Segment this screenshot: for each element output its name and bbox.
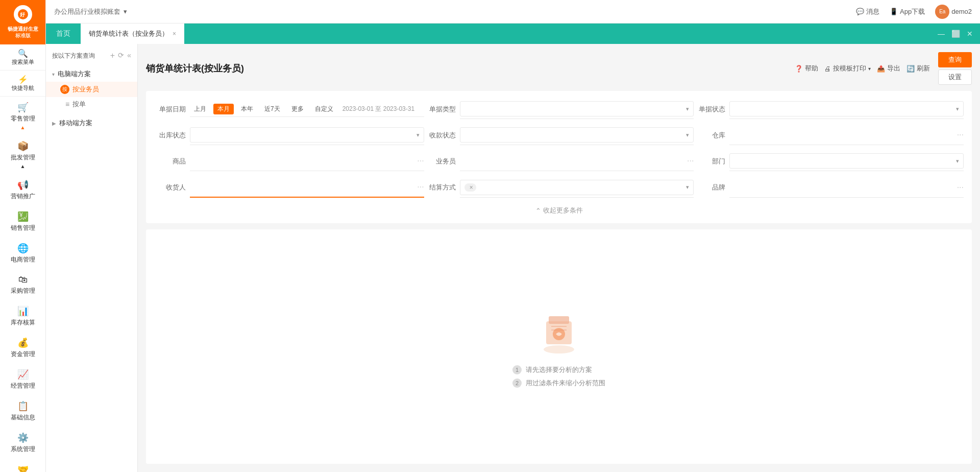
refresh-button[interactable]: 🔄 刷新: [906, 64, 930, 73]
recv-status-control[interactable]: ▾: [460, 125, 694, 145]
brand-dropdown-icon[interactable]: ▾: [124, 8, 127, 15]
salesperson-active-icon: 按: [60, 85, 69, 94]
dept-label: 部门: [694, 157, 729, 166]
bill-status-select[interactable]: ▾: [729, 101, 964, 116]
tab-active[interactable]: 销货单统计表（按业务员） ×: [81, 23, 184, 44]
tab-close-button[interactable]: ✕: [964, 28, 976, 40]
help-icon: ❓: [795, 65, 803, 73]
consignee-more[interactable]: ···: [414, 182, 424, 192]
dept-select[interactable]: ▾: [729, 153, 964, 169]
logo-icon: 好: [14, 5, 32, 23]
warehouse-more[interactable]: ···: [954, 130, 964, 139]
date-custom[interactable]: 自定义: [311, 104, 337, 114]
collapse-button[interactable]: ⌃ 收起更多条件: [535, 206, 583, 215]
setting-button[interactable]: 设置: [938, 69, 972, 85]
goods-control[interactable]: ···: [190, 151, 424, 171]
warehouse-label: 仓库: [694, 131, 729, 140]
salesperson-more[interactable]: ···: [684, 156, 694, 166]
consignee-col: 收货人 ···: [154, 177, 424, 198]
sidebar-item-corp[interactable]: 🤝 企业协同: [0, 459, 45, 472]
date-filter: 上月 本月 本年 近7天 更多 自定义 2023-03-01 至 2023-03…: [190, 104, 414, 114]
print-dropdown-icon: ▾: [868, 66, 871, 72]
avatar: Ea: [935, 5, 949, 19]
by-bill-scheme-item[interactable]: ≡ 按单: [46, 97, 137, 111]
salesperson-col: 业务员 ···: [424, 151, 694, 171]
desktop-scheme-group[interactable]: ▾ 电脑端方案: [46, 66, 137, 82]
brand-label: 品牌: [694, 183, 729, 192]
sidebar-item-base[interactable]: 📋 基础信息: [0, 395, 45, 427]
salesperson-control[interactable]: ···: [460, 151, 694, 171]
corp-icon: 🤝: [17, 464, 29, 472]
bill-status-control[interactable]: ▾: [729, 99, 964, 119]
tab-close-icon[interactable]: ×: [173, 30, 176, 37]
collapse-panel-button[interactable]: «: [127, 51, 131, 60]
filter-row-3: 商品 ··· 业务员 ··· 部门: [154, 151, 964, 171]
date-more[interactable]: 更多: [287, 104, 308, 114]
tab-maximize-button[interactable]: ⬜: [949, 28, 962, 40]
user-menu[interactable]: Ea demo2: [935, 5, 972, 19]
consignee-control[interactable]: ···: [190, 177, 424, 198]
sidebar-item-wholesale[interactable]: 📦 批发管理 ▲: [0, 135, 45, 174]
add-scheme-button[interactable]: +: [110, 51, 115, 60]
out-status-label: 出库状态: [154, 131, 190, 140]
filter-row-2: 出库状态 ▾ 收款状态 ▾: [154, 125, 964, 145]
bill-type-col: 单据类型 ▾: [424, 99, 694, 119]
filter-area: 单据日期 上月 本月 本年 近7天 更多 自定义 2023-03-01 至 20…: [146, 91, 972, 223]
help-button[interactable]: ❓ 帮助: [795, 64, 818, 73]
sidebar-item-ops[interactable]: 📈 经营管理: [0, 364, 45, 395]
bill-status-col: 单据状态 ▾: [694, 99, 964, 119]
empty-tip-1: 1 请先选择要分析的方案: [512, 365, 605, 374]
warehouse-control[interactable]: ···: [729, 125, 964, 145]
sidebar-item-finance[interactable]: 💰 资金管理: [0, 332, 45, 364]
export-button[interactable]: 📤 导出: [877, 64, 900, 73]
mobile-scheme-group[interactable]: ▶ 移动端方案: [46, 115, 137, 131]
tab-home[interactable]: 首页: [46, 23, 81, 44]
sidebar-quick[interactable]: ⚡ 快捷导航: [0, 70, 45, 97]
sidebar-item-retail[interactable]: 🛒 零售管理 ▲: [0, 97, 45, 135]
bill-type-control[interactable]: ▾: [460, 99, 694, 119]
expand-icon: ▾: [52, 72, 55, 77]
sidebar-item-inventory[interactable]: 📊 库存核算: [0, 300, 45, 332]
date-7days[interactable]: 近7天: [260, 104, 284, 114]
sidebar-search[interactable]: 🔍 搜索菜单: [0, 44, 45, 70]
bill-type-arrow: ▾: [686, 106, 689, 112]
bill-status-arrow: ▾: [956, 106, 959, 112]
tip-num-2: 2: [512, 379, 522, 388]
app-download-button[interactable]: 📱 App下载: [890, 7, 925, 16]
date-control: 上月 本月 本年 近7天 更多 自定义 2023-03-01 至 2023-03…: [190, 102, 424, 117]
message-label: 消息: [866, 7, 879, 16]
refresh-label: 刷新: [917, 64, 930, 73]
settlement-label: 结算方式: [424, 183, 460, 192]
settlement-select[interactable]: × ▾: [460, 180, 694, 195]
sidebar-logo: 好 畅捷通好生意 标准版: [0, 0, 46, 44]
purchase-icon: 🛍: [18, 274, 28, 285]
left-panel: 按以下方案查询 + ⟳ « ▾ 电脑端方案 按 按业务员 ≡: [46, 44, 138, 472]
out-status-arrow: ▾: [416, 132, 420, 138]
dept-control[interactable]: ▾: [729, 151, 964, 171]
recv-status-select[interactable]: ▾: [460, 127, 694, 143]
sidebar-item-purchase[interactable]: 🛍 采购管理: [0, 269, 45, 300]
out-status-select[interactable]: ▾: [190, 127, 424, 143]
salesperson-scheme-item[interactable]: 按 按业务员: [46, 82, 137, 97]
mobile-scheme-section: ▶ 移动端方案: [46, 113, 137, 133]
brand-control[interactable]: ···: [729, 178, 964, 198]
brand-more[interactable]: ···: [954, 183, 964, 192]
svg-point-2: [544, 345, 574, 353]
sidebar-item-system[interactable]: ⚙️ 系统管理: [0, 427, 45, 459]
print-button[interactable]: 🖨 按模板打印 ▾: [824, 64, 871, 73]
refresh-scheme-button[interactable]: ⟳: [118, 51, 124, 60]
tab-minimize-button[interactable]: —: [935, 28, 947, 40]
sidebar-item-ecom[interactable]: 🌐 电商管理: [0, 238, 45, 269]
goods-more[interactable]: ···: [414, 156, 424, 166]
out-status-control[interactable]: ▾: [190, 125, 424, 145]
message-button[interactable]: 💬 消息: [856, 7, 879, 16]
date-this-month[interactable]: 本月: [213, 104, 234, 114]
sidebar-item-sales[interactable]: 💹 销售管理: [0, 206, 45, 238]
query-button[interactable]: 查询: [938, 52, 972, 67]
date-last-month[interactable]: 上月: [190, 104, 210, 114]
filter-row-4: 收货人 ··· 结算方式 ×: [154, 177, 964, 198]
sidebar-item-marketing[interactable]: 📢 营销推广: [0, 174, 45, 206]
settlement-tag-close[interactable]: ×: [470, 184, 473, 191]
bill-type-select[interactable]: ▾: [460, 101, 694, 116]
date-this-year[interactable]: 本年: [237, 104, 257, 114]
